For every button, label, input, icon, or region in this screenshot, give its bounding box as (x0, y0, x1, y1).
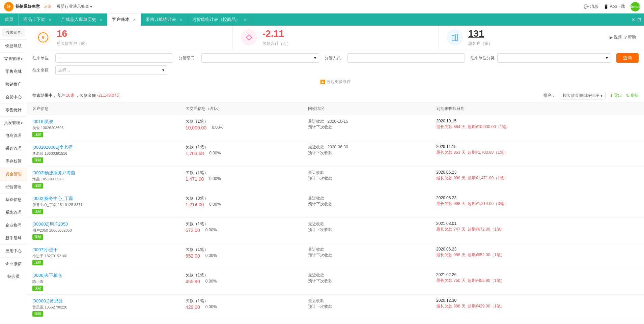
cell-collection: 最近收款 预计下次收款 (303, 269, 431, 295)
overdue-amount-link[interactable]: 超期¥652.00（1笔） (468, 252, 505, 258)
cell-customer-info: [0001020001]李老师 李老师 18600391516 现销 (27, 141, 180, 167)
sidebar-item-corp-wechat[interactable]: 企业微信 (0, 258, 27, 270)
sidebar-item-sys-mgmt[interactable]: 系统管理 (0, 206, 27, 219)
refresh-btn[interactable]: ↻ 刷新 (626, 93, 639, 98)
export-btn[interactable]: ⬇ 导出 (610, 93, 622, 98)
close-tab-customer-account[interactable]: ✕ (133, 18, 136, 22)
sidebar-item-marketing[interactable]: 营销推广 (0, 78, 27, 91)
message-btn[interactable]: 💬 消息 (584, 4, 598, 9)
sidebar-item-vip[interactable]: 畅会员 (0, 270, 27, 283)
last-collect: 最近收款 (308, 298, 425, 304)
tab-home[interactable]: 首页 (0, 13, 19, 26)
due-date: 2020.11.15 (436, 144, 639, 149)
overdue-amount-link[interactable]: 超期¥1,703.68（1笔） (468, 150, 508, 155)
sidebar-item-finance[interactable]: 资金管理 (0, 168, 27, 181)
sidebar-item-base-info[interactable]: 基础信息 (0, 194, 27, 206)
tab-expand[interactable]: ⊡ (637, 17, 641, 22)
overdue-amount-link[interactable]: 超期¥1,471.00（1笔） (468, 175, 508, 181)
cell-customer-info: [0016]吴俊 吴俊 13026203696 现销 (27, 115, 180, 141)
next-collect: 预计下次收款 (308, 253, 425, 258)
top-link[interactable]: 示范 (44, 4, 51, 9)
tab-customer-account[interactable]: 客户账本 ✕ (107, 13, 141, 26)
main-layout: 搜索菜单 快捷导航 零售管理 ▾ 零售商城 营销推广 会员中心 零售统计 批发管… (0, 26, 644, 324)
customer-name-link[interactable]: [0016]吴俊 (32, 119, 175, 125)
building-icon (447, 29, 463, 46)
overdue-days: 最长欠款 747 天 (436, 227, 466, 232)
customer-name-link[interactable]: [000001]黄思源 (32, 298, 175, 304)
tab-products[interactable]: 商品上下架 ✕ (19, 13, 56, 26)
help-btn[interactable]: ? 帮助 (624, 34, 636, 40)
top-bar-right: 💬 消息 📱 App下载 demo2 (584, 2, 640, 11)
tab-close-all[interactable]: ✕ (631, 17, 635, 22)
overdue-amount-link[interactable]: 超期¥672.00（1笔） (468, 227, 505, 232)
overdue-amount-link[interactable]: 超期¥1,214.00（3笔） (468, 201, 508, 207)
table-toolbar: 搜索结果中，客户 16家 ，欠款金额 -21,148.07元 排序： 按欠款金额… (27, 89, 644, 102)
sidebar-item-membership[interactable]: 会员中心 (0, 91, 27, 104)
col-collection: 回收情况 (303, 102, 431, 115)
cell-collection: 最近收款 预计下次收款 (303, 218, 431, 243)
close-tab-purchase-order[interactable]: ✕ (179, 18, 182, 22)
customer-name-link[interactable]: [0003]畅捷服务尹海燕 (32, 170, 175, 176)
overdue-amount-link[interactable]: 超期¥455.90（1笔） (468, 278, 505, 284)
message-icon: 💬 (584, 4, 589, 9)
app-download-btn[interactable]: 📱 App下载 (604, 4, 625, 9)
next-collect: 预计下次收款 (308, 176, 425, 181)
customer-tag: 现销 (32, 286, 43, 291)
person-input[interactable]: ... (347, 53, 465, 63)
sidebar-item-inventory[interactable]: 库存核算 (0, 155, 27, 168)
sidebar-item-app-center[interactable]: 应用中心 (0, 245, 27, 258)
sidebar-item-quick-nav[interactable]: 快捷导航 (0, 40, 27, 53)
sidebar-item-newcomer[interactable]: 新手引导 (0, 232, 27, 245)
sidebar-item-retail-mall[interactable]: 零售商城 (0, 65, 27, 78)
chevron-down-icon: ▾ (162, 68, 164, 72)
overdue-amount-link[interactable]: 超期¥429.00（1笔） (468, 303, 505, 309)
tab-bar: 首页 商品上下架 ✕ 产成品入库单历史 ✕ 客户账本 ✕ 采购订单统计表 ✕ 进… (0, 13, 644, 26)
sidebar-item-batch-mgmt[interactable]: 批发管理 ▾ (0, 117, 27, 129)
stat-actions: ▶ 视频 ? 帮助 (610, 34, 636, 40)
table-row: [0016]吴俊 吴俊 13026203696 现销 欠款（1笔） 10,000… (27, 115, 644, 141)
video-btn[interactable]: ▶ 视频 (610, 34, 622, 40)
query-button[interactable]: 查询 (616, 53, 639, 63)
close-tab-inbound-stat[interactable]: ✕ (244, 18, 246, 22)
last-collect: 最近收款 2020-10-15 (308, 119, 425, 124)
filter-unit-class: 往来单位分类 ▾ (470, 53, 611, 63)
sidebar-item-ecommerce[interactable]: 电商管理 (0, 129, 27, 142)
sidebar-item-enterprise[interactable]: 企业协同 (0, 219, 27, 232)
cell-debt-info: 欠款（3笔） 1,214.00 0.00% (180, 192, 303, 218)
customer-name-link[interactable]: [0007]小进干 (32, 247, 175, 253)
tab-production[interactable]: 产成品入库单历史 ✕ (56, 13, 107, 26)
col-customer-info: 客户信息 (27, 102, 180, 115)
close-tab-production[interactable]: ✕ (100, 18, 102, 22)
next-collect: 预计下次收款 (308, 278, 425, 284)
cell-customer-info: [0006]去下粮仓 陈小希 现销 (27, 269, 180, 295)
tab-inbound-stat[interactable]: 进货单统计表（按商品） ✕ (187, 13, 251, 26)
dept-select[interactable]: ▾ (201, 53, 319, 63)
overdue-amount-link[interactable]: 超期¥10,000.00（1笔） (468, 124, 510, 130)
sidebar-item-purchase[interactable]: 采购管理 (0, 142, 27, 155)
sidebar-item-retail-mgmt[interactable]: 零售管理 ▾ (0, 53, 27, 65)
cell-due-date: 2020.06.23 最长欠款 998 天 超期¥1,471.00（1笔） (431, 167, 644, 192)
balance-select[interactable]: 选择... ▾ (55, 65, 167, 75)
company-selector[interactable]: 母婴行业演示账套 ▾ (57, 4, 92, 9)
due-date: 2020.12.30 (436, 298, 639, 303)
filter-balance: 往来余额 选择... ▾ (32, 65, 167, 75)
next-collect: 预计下次收款 (308, 304, 425, 310)
help-icon: ? (624, 35, 627, 40)
sidebar-item-biz-mgmt[interactable]: 经营管理 (0, 181, 27, 194)
overdue-days: 最长欠款 998 天 (436, 252, 466, 258)
debt-ratio: 0.00% (205, 253, 217, 258)
tab-purchase-order[interactable]: 采购订单统计表 ✕ (141, 13, 187, 26)
search-menu-btn[interactable]: 搜索菜单 (2, 28, 25, 37)
user-menu[interactable]: demo2 (631, 2, 640, 11)
customer-name-link[interactable]: [0001020001]李老师 (32, 144, 175, 150)
sort-select[interactable]: 按欠款金额倒序排序 ▾ (560, 92, 606, 99)
customer-name-link[interactable]: [000002]用户2050 (32, 221, 175, 227)
close-tab-products[interactable]: ✕ (49, 18, 51, 22)
source-unit-input[interactable]: ... (55, 53, 173, 63)
sidebar-item-retail-stat[interactable]: 零售统计 (0, 104, 27, 117)
collapse-more-btn[interactable]: 🔼 收起更多条件 (32, 78, 639, 86)
unit-class-select[interactable]: ▾ (497, 53, 611, 63)
customer-name-link[interactable]: [0006]去下粮仓 (32, 272, 175, 278)
overdue-days: 最长欠款 808 天 (436, 303, 466, 309)
customer-name-link[interactable]: [0002]服务中心_丁磊 (32, 196, 175, 202)
